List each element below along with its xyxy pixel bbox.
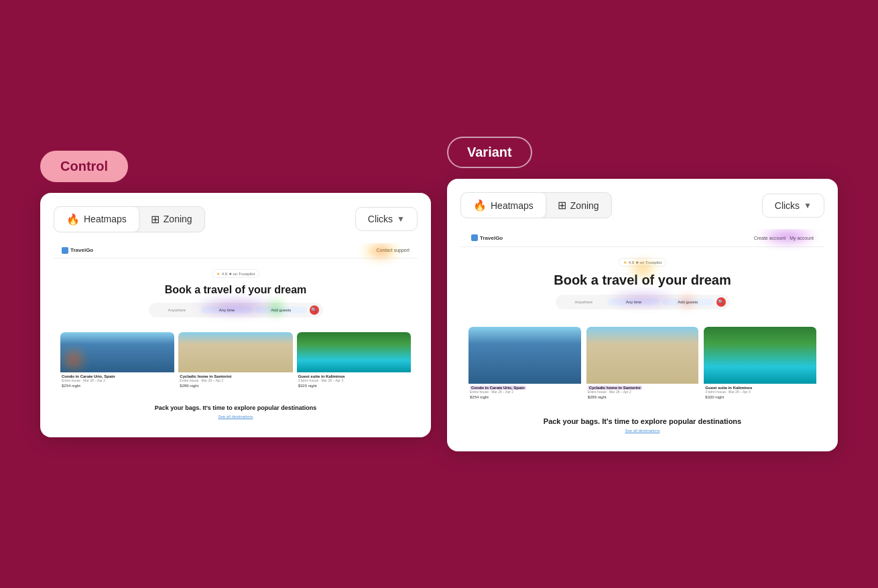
control-dest-price-3: $320 night xyxy=(298,384,410,388)
variant-dest-price-3: $320 night xyxy=(705,395,815,399)
logo-icon xyxy=(62,247,68,254)
control-search-button[interactable]: 🔍 xyxy=(310,305,319,315)
variant-logo: TravelGo xyxy=(471,234,503,241)
variant-cta: Pack your bags. It's time to explore pop… xyxy=(460,409,824,438)
variant-card: 🔥 Heatmaps ⊞ Zoning Clicks ▼ xyxy=(447,179,838,451)
control-dest-sub-2: Entire house · Mar 28 – Apr 2 xyxy=(180,378,291,382)
control-cta: Pack your bags. It's time to explore pop… xyxy=(54,396,418,424)
control-dest-sub-3: 3 bdrm house · Mar 28 – Apr 3 xyxy=(298,378,410,382)
variant-zoning-tab[interactable]: ⊞ Zoning xyxy=(546,193,611,218)
control-card2-image xyxy=(178,332,292,372)
control-card2-info: Cycladic home in Santorini Entire house … xyxy=(178,372,292,390)
variant-dest-sub-1: Entire house · Mar 28 – Apr 2 xyxy=(470,390,580,394)
variant-dest-price-2: $289 night xyxy=(588,395,698,399)
control-card3-image xyxy=(297,332,411,372)
control-cta-link[interactable]: See all destinations xyxy=(218,415,253,419)
control-dest-price-2: $289 night xyxy=(180,384,291,388)
variant-card-3[interactable]: Guest suite in Kaliminos 3 bdrm house · … xyxy=(704,327,816,401)
variant-cards-section: Condo in Carate Urio, Spain Entire house… xyxy=(460,327,824,409)
variant-search-bar[interactable]: Anywhere Any time Add guests 🔍 xyxy=(556,295,730,309)
variant-dest-sub-3: 3 bdrm house · Mar 28 – Apr 3 xyxy=(705,390,815,394)
variant-card1-image xyxy=(468,327,581,384)
control-cards-section: Condo in Carate Urio, Spain Entire house… xyxy=(54,332,418,396)
grid-icon: ⊞ xyxy=(151,213,160,226)
variant-dest-sub-2: Entire house · Mar 28 – Apr 2 xyxy=(588,390,698,394)
variant-nav-right: Create account My account xyxy=(754,236,814,240)
control-dest-sub-1: Entire house · Mar 28 – Apr 2 xyxy=(62,378,173,382)
control-toolbar: 🔥 Heatmaps ⊞ Zoning Clicks ▼ xyxy=(54,206,418,232)
variant-card-1[interactable]: Condo in Carate Urio, Spain Entire house… xyxy=(468,327,581,401)
variant-panel: Variant 🔥 Heatmaps ⊞ Zoning Clicks ▼ xyxy=(447,137,838,451)
control-zoning-tab[interactable]: ⊞ Zoning xyxy=(139,207,204,232)
variant-card-2[interactable]: Cycladic home in Santorini Entire house … xyxy=(586,327,699,401)
control-tab-group: 🔥 Heatmaps ⊞ Zoning xyxy=(54,206,205,232)
variant-heatmaps-tab[interactable]: 🔥 Heatmaps xyxy=(461,193,546,218)
variant-cta-title: Pack your bags. It's time to explore pop… xyxy=(467,417,818,425)
control-card-1[interactable]: Condo in Carate Urio, Spain Entire house… xyxy=(60,332,174,390)
control-logo: TravelGo xyxy=(62,247,93,254)
variant-card1-info: Condo in Carate Urio, Spain Entire house… xyxy=(468,384,581,401)
control-hero-title: Book a travel of your dream xyxy=(67,283,404,296)
control-clicks-dropdown[interactable]: Clicks ▼ xyxy=(355,207,418,231)
variant-card2-info: Cycladic home in Santorini Entire house … xyxy=(586,384,699,401)
control-rating: ★ 4.9 ★ on Trustpilot xyxy=(212,269,259,278)
star-icon: ★ xyxy=(216,271,220,276)
variant-search-button[interactable]: 🔍 xyxy=(716,297,726,307)
control-dest-price-1: $254 night xyxy=(62,384,173,388)
control-nav-right: Contact support xyxy=(377,248,410,252)
variant-rating: ★ 4.9 ★ on Trustpilot xyxy=(619,258,666,267)
control-site-preview: TravelGo Contact support ★ 4.9 ★ on Trus… xyxy=(54,243,418,424)
control-card3-info: Guest suite in Kaliminos 3 bdrm house · … xyxy=(297,372,411,390)
variant-dest-price-1: $254 night xyxy=(470,395,580,399)
control-heatmaps-tab[interactable]: 🔥 Heatmaps xyxy=(54,207,139,232)
star-icon-v: ★ xyxy=(623,260,627,265)
variant-card2-image xyxy=(586,327,699,384)
variant-card3-image xyxy=(704,327,816,384)
control-card1-image xyxy=(60,332,174,372)
control-preview-area: TravelGo Contact support ★ 4.9 ★ on Trus… xyxy=(54,243,418,424)
control-cta-title: Pack your bags. It's time to explore pop… xyxy=(60,405,411,411)
control-card: 🔥 Heatmaps ⊞ Zoning Clicks ▼ xyxy=(40,193,431,437)
flame-icon: 🔥 xyxy=(66,213,80,226)
control-card-3[interactable]: Guest suite in Kaliminos 3 bdrm house · … xyxy=(297,332,411,390)
variant-card3-info: Guest suite in Kaliminos 3 bdrm house · … xyxy=(704,384,816,401)
variant-label: Variant xyxy=(447,137,532,168)
variant-cta-link[interactable]: See all destinations xyxy=(625,429,660,433)
control-panel: Control 🔥 Heatmaps ⊞ Zoning Clicks ▼ xyxy=(40,151,431,437)
control-search-bar[interactable]: Anywhere Any time Add guests 🔍 xyxy=(149,303,323,317)
chevron-down-icon: ▼ xyxy=(397,214,405,224)
variant-preview-area: TravelGo Create account My account ★ xyxy=(460,229,824,438)
variant-toolbar: 🔥 Heatmaps ⊞ Zoning Clicks ▼ xyxy=(460,192,824,218)
control-label: Control xyxy=(40,151,128,182)
variant-site-preview: TravelGo Create account My account ★ xyxy=(460,229,824,438)
control-card-2[interactable]: Cycladic home in Santorini Entire house … xyxy=(178,332,292,390)
control-card1-info: Condo in Carate Urio, Spain Entire house… xyxy=(60,372,174,390)
variant-clicks-dropdown[interactable]: Clicks ▼ xyxy=(762,194,824,218)
variant-logo-icon xyxy=(471,234,478,241)
variant-tab-group: 🔥 Heatmaps ⊞ Zoning xyxy=(460,192,612,218)
grid-icon-v: ⊞ xyxy=(558,199,566,212)
chevron-down-icon-v: ▼ xyxy=(804,201,812,210)
flame-icon-v: 🔥 xyxy=(473,199,487,212)
variant-hero-title: Book a travel of your dream xyxy=(474,272,811,288)
